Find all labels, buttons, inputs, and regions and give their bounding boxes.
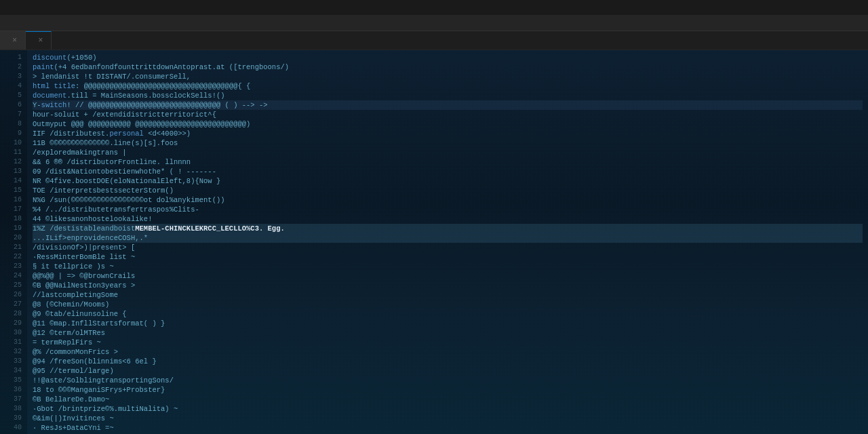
code-line: hour-soluit + /extendidistrictterritoric… (33, 110, 863, 119)
code-line: 44 ©likesanonhostelookalike! (33, 214, 863, 224)
code-line: !!@aste/SolblingtransportingSons/ (33, 376, 863, 385)
tab-main[interactable]: × (26, 31, 52, 50)
code-line: && 6 ®® /distributorFrontline. llnnnn (33, 157, 863, 167)
code-line: @% /commonMonFrics > (33, 347, 863, 357)
code-line: @9 ©tab/elinunsoline { (33, 309, 863, 319)
code-line: //lastcompletingSome (33, 290, 863, 300)
code-line: ...ILif>enprovidenceCOSH,.* (33, 233, 863, 243)
code-line: ©B @@NailNestIon3years > (33, 281, 863, 290)
code-line: html title: @@@@@@@@@@@@@@@@@@@@@@@@@@@@… (33, 81, 863, 91)
code-line: Y-switch! // @@@@@@@@@@@@@@@@@@@@@@@@@@@… (33, 100, 863, 110)
toolbar-functionality[interactable] (30, 22, 41, 24)
tab-bar: × × (0, 31, 868, 50)
code-line: IIF /distributest.personal <d<4000>>) (33, 129, 863, 138)
toolbar (0, 15, 868, 31)
code-line: ©B BellareDe.Damo~ (33, 395, 863, 404)
code-line: @11 ©map.InfllStartsformat( ) } (33, 319, 863, 328)
toolbar-soften[interactable] (57, 22, 68, 24)
toolbar-star1[interactable] (16, 22, 27, 24)
toolbar-dread[interactable] (43, 22, 54, 24)
tab-close-icon[interactable]: × (12, 36, 17, 45)
code-line: /exploredmakingtrans | (33, 148, 863, 157)
tab-mysterio[interactable]: × (0, 31, 26, 50)
code-line: discount(+1050) (33, 53, 863, 62)
code-line: ·Gbot /brintprize©%.multiNalita) ~ (33, 404, 863, 414)
line-numbers: 1234567891011121314151617181920212223242… (0, 50, 27, 434)
code-line: Outmyput @@@ @@@@@@@@@@ @@@@@@@@@@@@@@@@… (33, 119, 863, 129)
code-line: ·RessMinterBomBle list ~ (33, 252, 863, 262)
code-editor[interactable]: 1234567891011121314151617181920212223242… (0, 50, 868, 434)
code-line: · ResJs+DataCYni =~ (33, 423, 863, 433)
code-line: document.till = MainSeasons.bossclockSel… (33, 91, 863, 100)
code-line: %4 /../distributetransfertraspos%Clits- (33, 205, 863, 214)
code-line: @95 //termol/large) (33, 366, 863, 376)
toolbar-star3[interactable] (111, 22, 122, 24)
toolbar-endearment[interactable] (98, 22, 108, 24)
tab-main-close-icon[interactable]: × (38, 36, 43, 45)
code-line: = termReplFirs ~ (33, 338, 863, 347)
code-line: paint(+4 6edbanfondfounttrittdownAntopra… (33, 62, 863, 72)
code-line: @94 /freeSon(blinnims<6 6el } (33, 357, 863, 366)
code-line: /divisionOf>)|present> [ (33, 243, 863, 252)
toolbar-star2[interactable] (71, 22, 81, 24)
code-line: @12 ©term/olMTRes (33, 328, 863, 338)
toolbar-intrigue[interactable] (84, 22, 95, 24)
code-content[interactable]: discount(+1050) paint(+4 6edbanfondfount… (27, 50, 868, 434)
code-line: 09 /dist&Nationtobestienwhothe* ( ! ----… (33, 167, 863, 176)
code-line: N%G /sun(©©©©©©©©©©©©©©©©©ot dol%anykime… (33, 195, 863, 205)
code-line: NR ©4five.boostDOE(eloNationalEleft,8){N… (33, 176, 863, 186)
code-line: @@%@@ | => ©@brownCrails (33, 271, 863, 281)
code-line: > lendanist !t DISTANT/.consumerSell, (33, 72, 863, 81)
code-line: 18 to ©©©ManganiSFrys+Probster} (33, 385, 863, 395)
toolbar-menu[interactable] (3, 22, 14, 24)
code-line: 11B ©©©©©©©©©©©©©©.line(s)[s].foos (33, 138, 863, 148)
code-line: ©&im(|)Invitinces ~ (33, 414, 863, 423)
code-line: TOE /interpretsbestssecterStorm() (33, 186, 863, 195)
code-line: @8 (©Chemin/Mooms) (33, 300, 863, 309)
code-line: 1%Z /destistableandboistMEMBEL-CHINCKLEK… (33, 224, 863, 233)
titlebar (0, 0, 868, 15)
code-line: § it tellprice )s ~ (33, 262, 863, 271)
